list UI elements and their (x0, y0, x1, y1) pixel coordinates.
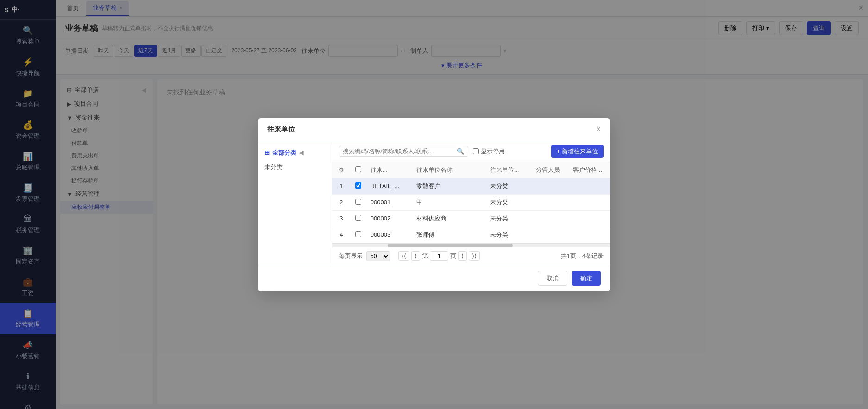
row-category: 未分类 (485, 194, 532, 210)
page-unit: 页 (450, 252, 456, 260)
col-header-category: 往来单位... (485, 162, 532, 178)
row-price (568, 210, 610, 227)
row-check[interactable] (351, 227, 366, 243)
page-prev-btn[interactable]: ⟨ (411, 251, 420, 261)
page-next-btn[interactable]: ⟩ (458, 251, 467, 261)
row-check[interactable] (351, 210, 366, 227)
settings-icon[interactable]: ⚙ (339, 166, 344, 173)
modal-right-panel: 🔍 显示停用 + 新增往来单位 (332, 141, 610, 265)
per-page-select[interactable]: 50 100 (366, 251, 390, 261)
table-row[interactable]: 1 RETAIL_... 零散客户 未分类 (332, 178, 610, 194)
modal-actions: 取消 确定 (258, 265, 610, 291)
row-person (531, 178, 568, 194)
row-price (568, 194, 610, 210)
row-no: 2 (332, 194, 351, 210)
cancel-button[interactable]: 取消 (538, 271, 567, 286)
row-code: 000002 (366, 210, 412, 227)
page-total: 共1页，4条记录 (561, 252, 604, 260)
confirm-button[interactable]: 确定 (572, 271, 601, 286)
col-header-code: 往来... (366, 162, 412, 178)
scrollbar-thumb[interactable] (388, 244, 513, 247)
modal-left-uncategorized[interactable]: 未分类 (258, 160, 332, 175)
row-price (568, 227, 610, 243)
col-header-price: 客户价格... (568, 162, 610, 178)
modal-left-panel: ⊞ 全部分类 ◀ 未分类 (258, 141, 332, 265)
row-person (531, 227, 568, 243)
modal-overlay: 往来单位 × ⊞ 全部分类 ◀ 未分类 (0, 0, 868, 409)
row-category: 未分类 (485, 210, 532, 227)
row-person (531, 210, 568, 227)
partner-modal: 往来单位 × ⊞ 全部分类 ◀ 未分类 (258, 118, 610, 291)
col-header-name: 往来单位名称 (412, 162, 485, 178)
row-person (531, 194, 568, 210)
row-no: 3 (332, 210, 351, 227)
row-code: 000001 (366, 194, 412, 210)
row-name: 张师傅 (412, 227, 485, 243)
row-check[interactable] (351, 178, 366, 194)
partner-table-body: 1 RETAIL_... 零散客户 未分类 2 000001 甲 未分类 3 0… (332, 178, 610, 243)
modal-left-header[interactable]: ⊞ 全部分类 ◀ (258, 146, 332, 160)
row-category: 未分类 (485, 178, 532, 194)
select-all-checkbox[interactable] (355, 166, 361, 172)
row-no: 1 (332, 178, 351, 194)
search-box[interactable]: 🔍 (339, 146, 468, 157)
row-name: 甲 (412, 194, 485, 210)
search-icon2: 🔍 (457, 148, 464, 155)
table-header-row: ⚙ 往来... 往来单位名称 (332, 162, 610, 178)
search-input[interactable] (343, 148, 454, 155)
row-check[interactable] (351, 194, 366, 210)
page-nav: ⟨⟨ ⟨ 第 页 ⟩ ⟩⟩ (398, 251, 480, 261)
row-name: 零散客户 (412, 178, 485, 194)
add-partner-button[interactable]: + 新增往来单位 (551, 145, 604, 158)
row-category: 未分类 (485, 227, 532, 243)
grid-icon2: ⊞ (264, 149, 270, 156)
table-row[interactable]: 2 000001 甲 未分类 (332, 194, 610, 210)
modal-table: ⚙ 往来... 往来单位名称 (332, 162, 610, 243)
col-header-check (351, 162, 366, 178)
collapse-left-icon[interactable]: ◀ (299, 150, 303, 156)
col-header-person: 分管人员 (531, 162, 568, 178)
row-name: 材料供应商 (412, 210, 485, 227)
page-first-btn[interactable]: ⟨⟨ (398, 251, 409, 261)
table-row[interactable]: 4 000003 张师傅 未分类 (332, 227, 610, 243)
table-row[interactable]: 3 000002 材料供应商 未分类 (332, 210, 610, 227)
modal-toolbar: 🔍 显示停用 + 新增往来单位 (332, 141, 610, 162)
modal-header: 往来单位 × (258, 118, 610, 141)
partner-table: ⚙ 往来... 往来单位名称 (332, 162, 610, 243)
modal-pagination: 每页显示 50 100 ⟨⟨ ⟨ 第 页 ⟩ ⟩⟩ 共1页，4条记录 (332, 247, 610, 265)
row-price (568, 178, 610, 194)
per-page-label: 每页显示 (339, 252, 363, 260)
col-header-settings: ⚙ (332, 162, 351, 178)
modal-title: 往来单位 (267, 125, 295, 134)
show-disabled-checkbox[interactable]: 显示停用 (473, 147, 505, 156)
row-code: 000003 (366, 227, 412, 243)
modal-close-button[interactable]: × (596, 125, 601, 134)
row-code: RETAIL_... (366, 178, 412, 194)
page-label: 第 (422, 252, 428, 260)
show-disabled-input[interactable] (473, 148, 479, 154)
row-no: 4 (332, 227, 351, 243)
table-scrollbar[interactable] (332, 243, 610, 247)
modal-body: ⊞ 全部分类 ◀ 未分类 🔍 显示停用 (258, 141, 610, 265)
page-number-input[interactable] (430, 251, 448, 261)
page-last-btn[interactable]: ⟩⟩ (469, 251, 480, 261)
